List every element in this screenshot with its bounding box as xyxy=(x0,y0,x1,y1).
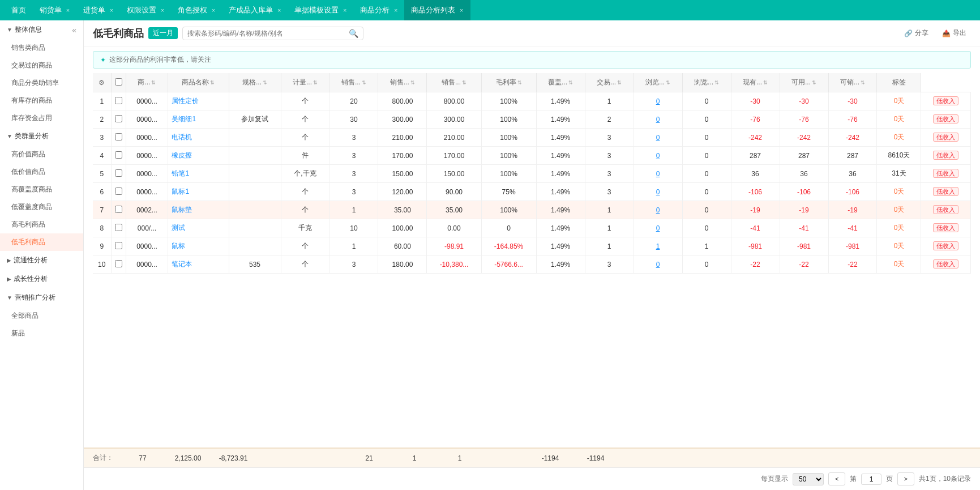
row-trade[interactable]: 1 xyxy=(634,237,682,255)
sidebar-group-marketing[interactable]: ▼ 营销推广分析 xyxy=(0,288,83,307)
search-input[interactable] xyxy=(187,29,349,37)
col-unit-header[interactable]: 计量...⇅ xyxy=(281,73,329,92)
col-sale-qty-header[interactable]: 销售...⇅ xyxy=(329,73,378,92)
row-checkbox[interactable] xyxy=(115,206,122,213)
col-sale-price-header[interactable]: 销售...⇅ xyxy=(378,73,427,92)
row-checkbox-cell[interactable] xyxy=(111,92,126,110)
nav-sales-order[interactable]: 销货单 × xyxy=(33,0,76,20)
sidebar-group-cluster[interactable]: ▼ 类群量分析 xyxy=(0,127,83,146)
sidebar-group-overview[interactable]: ▼ 整体信息 « xyxy=(0,20,83,39)
col-checkbox-all[interactable] xyxy=(111,73,126,92)
share-button[interactable]: 🔗 分享 xyxy=(900,26,933,40)
nav-permission[interactable]: 权限设置 × xyxy=(120,0,171,20)
row-checkbox[interactable] xyxy=(115,260,122,267)
close-purchase-icon[interactable]: × xyxy=(110,7,113,14)
col-code-header[interactable]: 商...⇅ xyxy=(126,73,168,92)
col-browse1-header[interactable]: 浏览...⇅ xyxy=(634,73,682,92)
row-checkbox-cell[interactable] xyxy=(111,201,126,219)
nav-product-entry[interactable]: 产成品入库单 × xyxy=(222,0,288,20)
row-checkbox[interactable] xyxy=(115,151,122,159)
row-trade[interactable]: 0 xyxy=(634,255,682,274)
row-trade[interactable]: 0 xyxy=(634,92,682,110)
row-trade[interactable]: 0 xyxy=(634,219,682,237)
select-all-checkbox[interactable] xyxy=(115,78,122,86)
row-checkbox-cell[interactable] xyxy=(111,237,126,255)
close-analysis-list-icon[interactable]: × xyxy=(460,7,463,14)
sidebar-item-stocked-goods[interactable]: 有库存的商品 xyxy=(0,92,83,109)
row-checkbox-cell[interactable] xyxy=(111,147,126,165)
row-checkbox[interactable] xyxy=(115,133,122,140)
row-name[interactable]: 鼠标1 xyxy=(168,183,229,201)
row-checkbox-cell[interactable] xyxy=(111,183,126,201)
close-analysis-icon[interactable]: × xyxy=(394,7,397,14)
row-checkbox-cell[interactable] xyxy=(111,165,126,183)
close-permission-icon[interactable]: × xyxy=(161,7,164,14)
row-name[interactable]: 铅笔1 xyxy=(168,165,229,183)
col-spec-header[interactable]: 规格...⇅ xyxy=(229,73,281,92)
sidebar-item-low-margin[interactable]: 低毛利商品 xyxy=(0,233,83,251)
col-sale-amt-header[interactable]: 销售...⇅ xyxy=(427,73,481,92)
row-name[interactable]: 橡皮擦 xyxy=(168,147,229,165)
row-checkbox[interactable] xyxy=(115,224,122,231)
col-name-header[interactable]: 商品名称⇅ xyxy=(168,73,229,92)
close-product-icon[interactable]: × xyxy=(277,7,281,14)
export-button[interactable]: 📤 导出 xyxy=(938,26,971,40)
row-trade[interactable]: 0 xyxy=(634,110,682,129)
search-box[interactable]: 🔍 xyxy=(182,27,363,40)
row-checkbox[interactable] xyxy=(115,169,122,177)
sidebar-item-low-coverage[interactable]: 低覆盖度商品 xyxy=(0,198,83,216)
row-checkbox[interactable] xyxy=(115,97,122,104)
nav-product-analysis[interactable]: 商品分析 × xyxy=(353,0,404,20)
row-name[interactable]: 鼠标 xyxy=(168,237,229,255)
row-name[interactable]: 测试 xyxy=(168,219,229,237)
row-name[interactable]: 电话机 xyxy=(168,129,229,147)
col-browse2-header[interactable]: 浏览...⇅ xyxy=(682,73,731,92)
sidebar-group-growth[interactable]: ▶ 成长性分析 xyxy=(0,270,83,288)
col-margin-header[interactable]: 毛利率⇅ xyxy=(481,73,536,92)
collapse-icon[interactable]: « xyxy=(72,25,76,35)
sidebar-item-traded-goods[interactable]: 交易过的商品 xyxy=(0,57,83,74)
row-name[interactable]: 属性定价 xyxy=(168,92,229,110)
page-size-select[interactable]: 50 100 200 xyxy=(793,473,824,485)
nav-template[interactable]: 单据模板设置 × xyxy=(288,0,353,20)
close-role-icon[interactable]: × xyxy=(212,7,215,14)
row-checkbox[interactable] xyxy=(115,242,122,249)
row-checkbox-cell[interactable] xyxy=(111,110,126,129)
next-page-button[interactable]: ＞ xyxy=(897,472,914,485)
col-trade-header[interactable]: 交易...⇅ xyxy=(585,73,634,92)
col-current-stock-header[interactable]: 现有...⇅ xyxy=(731,73,780,92)
sidebar-group-circulation[interactable]: ▶ 流通性分析 xyxy=(0,251,83,270)
col-sellable-header[interactable]: 可销...⇅ xyxy=(828,73,877,92)
col-tag-header[interactable]: 标签 xyxy=(877,73,921,92)
nav-role-auth[interactable]: 角色授权 × xyxy=(171,0,222,20)
sidebar-item-category-rate[interactable]: 商品分类助销率 xyxy=(0,74,83,92)
row-checkbox-cell[interactable] xyxy=(111,255,126,274)
page-number-input[interactable] xyxy=(861,474,881,485)
sidebar-item-high-margin[interactable]: 高毛利商品 xyxy=(0,216,83,233)
sidebar-item-capital-usage[interactable]: 库存资金占用 xyxy=(0,109,83,127)
row-name[interactable]: 笔记本 xyxy=(168,255,229,274)
sidebar-item-low-value[interactable]: 低价值商品 xyxy=(0,163,83,181)
sidebar-item-sales-goods[interactable]: 销售类商品 xyxy=(0,39,83,57)
sidebar-item-high-value[interactable]: 高价值商品 xyxy=(0,146,83,163)
time-filter-button[interactable]: 近一月 xyxy=(148,27,178,39)
row-checkbox-cell[interactable] xyxy=(111,219,126,237)
close-sales-order-icon[interactable]: × xyxy=(66,7,70,14)
nav-purchase-order[interactable]: 进货单 × xyxy=(76,0,120,20)
col-avail-header[interactable]: 可用...⇅ xyxy=(780,73,828,92)
sidebar-item-high-coverage[interactable]: 高覆盖度商品 xyxy=(0,181,83,198)
row-checkbox[interactable] xyxy=(115,188,122,195)
sidebar-item-all-goods[interactable]: 全部商品 xyxy=(0,307,83,325)
row-trade[interactable]: 0 xyxy=(634,147,682,165)
close-template-icon[interactable]: × xyxy=(343,7,346,14)
col-settings[interactable]: ⚙ xyxy=(93,73,111,92)
row-checkbox-cell[interactable] xyxy=(111,129,126,147)
sidebar-item-new-goods[interactable]: 新品 xyxy=(0,325,83,342)
nav-product-analysis-list[interactable]: 商品分析列表 × xyxy=(404,0,470,20)
row-trade[interactable]: 0 xyxy=(634,165,682,183)
row-name[interactable]: 鼠标垫 xyxy=(168,201,229,219)
row-trade[interactable]: 0 xyxy=(634,129,682,147)
row-name[interactable]: 吴细细1 xyxy=(168,110,229,129)
row-checkbox[interactable] xyxy=(115,115,122,122)
prev-page-button[interactable]: ＜ xyxy=(828,472,845,485)
